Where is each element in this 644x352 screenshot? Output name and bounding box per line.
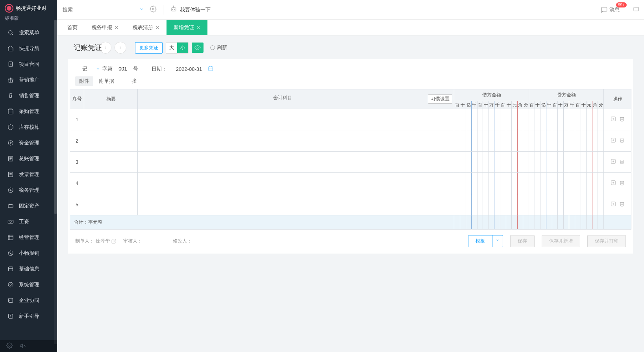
cell-digit[interactable] [472, 194, 477, 215]
cell-digit[interactable] [494, 109, 500, 130]
cell-digit[interactable] [466, 109, 472, 130]
cell-digit[interactable] [558, 152, 564, 173]
habit-settings-button[interactable]: 习惯设置 [428, 94, 452, 104]
cell-digit[interactable] [592, 152, 598, 173]
cell-digit[interactable] [535, 194, 540, 215]
sidebar-item-15[interactable]: 基础信息 [0, 261, 57, 277]
cell-digit[interactable] [523, 173, 529, 194]
tab-1[interactable]: 税务申报✕ [85, 20, 126, 35]
delete-row-icon[interactable] [619, 116, 625, 122]
experience-link[interactable]: 我要体验一下 [170, 5, 211, 14]
cell-digit[interactable] [489, 152, 494, 173]
cell-digit[interactable] [587, 194, 592, 215]
delete-row-icon[interactable] [619, 201, 625, 207]
attachment-button[interactable]: 附件 [75, 76, 93, 86]
cell-digit[interactable] [460, 130, 466, 152]
cell-summary[interactable] [84, 152, 138, 173]
cell-digit[interactable] [563, 152, 569, 173]
cell-digit[interactable] [598, 173, 604, 194]
sidebar-item-13[interactable]: 经营管理 [0, 230, 57, 245]
cell-digit[interactable] [587, 130, 592, 152]
cell-digit[interactable] [460, 173, 466, 194]
settings-icon[interactable] [150, 6, 157, 14]
cell-account[interactable] [138, 173, 454, 194]
tab-3[interactable]: 新增凭证✕ [167, 20, 207, 35]
footer-settings-icon[interactable] [6, 343, 13, 350]
cell-digit[interactable] [575, 194, 581, 215]
cell-digit[interactable] [494, 130, 500, 152]
voucher-type[interactable]: 记 [82, 65, 87, 72]
cell-digit[interactable] [500, 130, 506, 152]
cell-digit[interactable] [466, 130, 472, 152]
cell-digit[interactable] [506, 152, 512, 173]
cell-digit[interactable] [540, 152, 546, 173]
size-small-button[interactable]: 小 [177, 43, 188, 53]
search-dropdown-icon[interactable] [139, 7, 144, 13]
cell-digit[interactable] [558, 173, 564, 194]
cell-account[interactable] [138, 130, 454, 152]
cell-digit[interactable] [483, 194, 489, 215]
add-row-icon[interactable] [611, 137, 616, 143]
calendar-icon[interactable] [208, 66, 213, 72]
cell-summary[interactable] [84, 109, 138, 130]
summary-input[interactable] [84, 109, 137, 128]
sidebar-item-16[interactable]: 系统管理 [0, 277, 57, 293]
delete-row-icon[interactable] [619, 137, 625, 143]
cell-digit[interactable] [540, 173, 546, 194]
cell-digit[interactable] [535, 173, 540, 194]
cell-digit[interactable] [489, 109, 494, 130]
next-voucher-button[interactable] [115, 42, 126, 54]
cell-digit[interactable] [598, 152, 604, 173]
save-print-button[interactable]: 保存并打印 [587, 235, 626, 247]
add-row-icon[interactable] [611, 201, 616, 207]
cell-digit[interactable] [483, 173, 489, 194]
messages-button[interactable]: 消息 99+ [601, 6, 620, 13]
cell-digit[interactable] [466, 173, 472, 194]
cell-summary[interactable] [84, 173, 138, 194]
cell-digit[interactable] [558, 109, 564, 130]
cell-digit[interactable] [454, 130, 460, 152]
sidebar-item-1[interactable]: 快捷导航 [0, 41, 57, 56]
cell-digit[interactable] [587, 109, 592, 130]
cell-digit[interactable] [477, 194, 483, 215]
cell-digit[interactable] [563, 194, 569, 215]
cell-digit[interactable] [483, 109, 489, 130]
cell-digit[interactable] [552, 152, 558, 173]
cell-digit[interactable] [581, 194, 587, 215]
cell-digit[interactable] [477, 130, 483, 152]
sidebar-item-2[interactable]: 项目合同 [0, 56, 57, 72]
add-row-icon[interactable] [611, 116, 616, 122]
cell-digit[interactable] [466, 194, 472, 215]
cell-digit[interactable] [575, 152, 581, 173]
cell-digit[interactable] [598, 130, 604, 152]
cell-digit[interactable] [466, 152, 472, 173]
save-button[interactable]: 保存 [510, 235, 535, 247]
sidebar-item-5[interactable]: 采购管理 [0, 104, 57, 119]
cell-digit[interactable] [477, 152, 483, 173]
cell-digit[interactable] [529, 130, 535, 152]
cell-digit[interactable] [454, 109, 460, 130]
save-new-button[interactable]: 保存并新增 [542, 235, 580, 247]
cell-digit[interactable] [489, 173, 494, 194]
cell-digit[interactable] [535, 109, 540, 130]
sidebar-item-12[interactable]: 工资 [0, 214, 57, 230]
cell-digit[interactable] [552, 194, 558, 215]
cell-digit[interactable] [569, 194, 575, 215]
close-icon[interactable]: ✕ [196, 25, 200, 30]
sidebar-scrollbar[interactable] [54, 20, 57, 344]
cell-digit[interactable] [500, 194, 506, 215]
cell-digit[interactable] [592, 173, 598, 194]
fullscreen-icon[interactable] [633, 6, 639, 13]
cell-digit[interactable] [523, 130, 529, 152]
cell-digit[interactable] [517, 152, 523, 173]
sidebar-item-6[interactable]: 库存核算 [0, 119, 57, 135]
sidebar-item-18[interactable]: 新手引导 [0, 308, 57, 324]
cell-digit[interactable] [454, 194, 460, 215]
cell-digit[interactable] [506, 109, 512, 130]
cell-digit[interactable] [558, 194, 564, 215]
cell-digit[interactable] [523, 194, 529, 215]
cell-digit[interactable] [529, 173, 535, 194]
cell-digit[interactable] [523, 109, 529, 130]
cell-digit[interactable] [563, 109, 569, 130]
cell-account[interactable] [138, 194, 454, 215]
